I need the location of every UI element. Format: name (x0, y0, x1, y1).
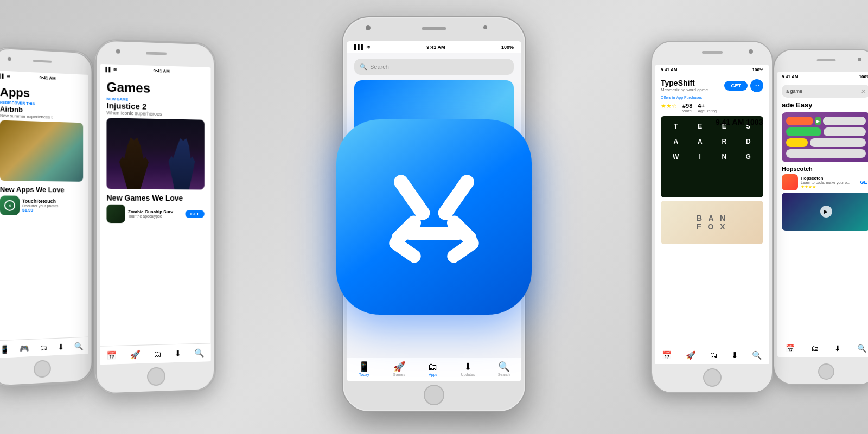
hopscotch-title: Hopscotch (782, 165, 868, 172)
cell-E1: E (688, 119, 712, 134)
signal-p2: ▌▌ ≋ (105, 67, 117, 72)
typeshift-actions: GET ⋯ (724, 79, 763, 92)
nav-1-p5[interactable]: 📅 (786, 344, 795, 353)
more-btn-typeshift[interactable]: ⋯ (750, 79, 763, 92)
made-easy-label: ade Easy (782, 101, 868, 109)
nav-1-p4[interactable]: 📅 (662, 350, 672, 360)
nav-5-p4[interactable]: 🔍 (752, 350, 762, 360)
apps-title: Apps (0, 85, 83, 103)
cell-D: D (737, 135, 761, 149)
home-button-p5[interactable] (818, 363, 834, 380)
play-btn-p5[interactable]: ▶ (820, 206, 832, 218)
speaker-center (422, 27, 446, 30)
nav-2-p5[interactable]: 🗂 (811, 344, 819, 353)
word-game-2: B A NF O X (661, 201, 763, 244)
nav-apps-p1[interactable]: 🗂 (40, 343, 47, 352)
nav-4-p5[interactable]: 🔍 (857, 344, 866, 353)
screen-games: ▌▌ ≋ 9:41 AM Games NEW GAME Injustice 2 … (100, 64, 210, 365)
cell-I: I (688, 150, 712, 164)
bottom-nav-p2: 📅 🚀 🗂 ⬇ 🔍 (100, 343, 210, 365)
nav-updates-p1[interactable]: ⬇ (58, 342, 64, 351)
nav-today-center[interactable]: 📱 Today (358, 361, 370, 376)
nav-games-p1[interactable]: 🎮 (20, 343, 29, 353)
phone-far-right: 9:41 AM 100% a game ✕ ade Easy (773, 49, 868, 385)
nav-icon-2-p2[interactable]: 🚀 (130, 349, 141, 360)
camera-center (366, 25, 371, 30)
nav-games-center[interactable]: 🚀 Games (393, 361, 405, 376)
bar-gray-2 (824, 127, 866, 136)
nav-icon-3-p2[interactable]: 🗂 (154, 349, 162, 359)
app-store-icon (336, 119, 532, 315)
nav-4-p4[interactable]: ⬇ (731, 350, 738, 360)
zombie-icon (106, 205, 125, 223)
app-store-logo (369, 152, 499, 282)
offers-text: Offers in-App Purchases (661, 95, 763, 99)
nav-3-p5[interactable]: ⬇ (834, 344, 841, 353)
get-btn-zombie[interactable]: GET (185, 210, 205, 218)
nav-search-p1[interactable]: 🔍 (74, 341, 83, 350)
nav-icon-5-p2[interactable]: 🔍 (194, 348, 205, 358)
hopscotch-stars: ★★★★ (801, 184, 857, 189)
video-thumb-p5[interactable]: ▶ (782, 193, 868, 231)
time-phone5: 9:41 AM (782, 74, 798, 79)
age-display: 4+ (698, 103, 717, 109)
home-button-p1[interactable] (34, 360, 51, 378)
search-bar-p5[interactable]: a game ✕ (782, 85, 868, 98)
nav-updates-center[interactable]: ⬇ Updates (461, 361, 475, 376)
home-button-p2[interactable] (147, 367, 165, 386)
nav-search-icon: 🔍 (498, 361, 510, 373)
speaker (33, 60, 52, 63)
stars-display: ★★☆ (661, 103, 677, 110)
nav-icon-4-p2[interactable]: ⬇ (175, 348, 182, 358)
nav-3-p4[interactable]: 🗂 (710, 350, 718, 360)
nav-icon-1-p2[interactable]: 📅 (106, 350, 117, 360)
cell-N: N (712, 150, 736, 164)
search-icon-center: 🔍 (360, 63, 367, 71)
nav-apps-center[interactable]: 🗂 Apps (428, 361, 438, 376)
screen-coding: 9:41 AM 100% a game ✕ ade Easy (777, 72, 868, 357)
battery-center: 100% (501, 44, 514, 50)
typeshift-title: TypeShift (661, 79, 708, 87)
camera-dot (8, 57, 11, 61)
nav-2-p4[interactable]: 🚀 (686, 350, 696, 360)
hopscotch-row: Hopscotch Learn to code, make your o... … (782, 174, 868, 190)
zombie-name: Zombie Gunship Surv (128, 209, 182, 214)
nav-today-p1[interactable]: 📱 (0, 344, 9, 354)
home-button-center[interactable] (424, 385, 444, 405)
cell-W: W (664, 150, 688, 164)
cell-T: T (664, 119, 688, 134)
zombie-row: Zombie Gunship Surv Tour the apocalypse … (106, 205, 204, 223)
time-phone1: 9:41 AM (40, 75, 56, 80)
time-phone2: 9:41 AM (154, 68, 170, 73)
camera-p5 (858, 58, 861, 61)
phone-far-left: ▌▌ ≋ 9:41 AM Apps REDISCOVER THIS Airbnb… (0, 46, 93, 388)
zombie-desc: Tour the apocalypse (128, 214, 182, 218)
game-image-injustice (106, 118, 204, 189)
screen-apps: ▌▌ ≋ 9:41 AM Apps REDISCOVER THIS Airbnb… (0, 71, 88, 358)
app-name-p1: TouchRetouch (22, 199, 83, 205)
clear-icon-p5[interactable]: ✕ (861, 88, 866, 95)
touchretouch-info: TouchRetouch Declutter your photos $1.99 (22, 199, 83, 213)
search-bar-center[interactable]: 🔍 Search (354, 59, 514, 75)
speaker-p4 (702, 51, 723, 54)
cell-A2: A (688, 135, 712, 149)
ratings-row: ★★☆ #98 Word 4+ Age Rating (661, 103, 763, 113)
battery-p4: 100% (752, 67, 763, 72)
nav-today-label: Today (359, 373, 369, 376)
bar-yellow-1 (786, 138, 808, 147)
nav-today-icon: 📱 (358, 361, 370, 373)
hopscotch-info: Hopscotch Learn to code, make your o... … (801, 176, 857, 189)
hopscotch-get[interactable]: GET (860, 180, 868, 185)
nav-search-label: Search (498, 373, 510, 376)
battery-p5: 100% (859, 74, 868, 79)
nav-search-center[interactable]: 🔍 Search (498, 361, 510, 376)
phone-second-right: 9:41 AM 100% TypeShift Mesmerizing word … (651, 41, 773, 393)
get-btn-typeshift[interactable]: GET (724, 81, 748, 91)
new-games-section: New Games We Love (106, 194, 204, 203)
home-button-p4[interactable] (703, 368, 722, 387)
age-label: Age Rating (698, 109, 717, 113)
time-phone4: 9:41 AM (661, 67, 677, 72)
hopscotch-icon (782, 174, 798, 190)
coding-app-preview: ▶ (782, 112, 868, 162)
nav-apps-icon: 🗂 (428, 361, 438, 373)
